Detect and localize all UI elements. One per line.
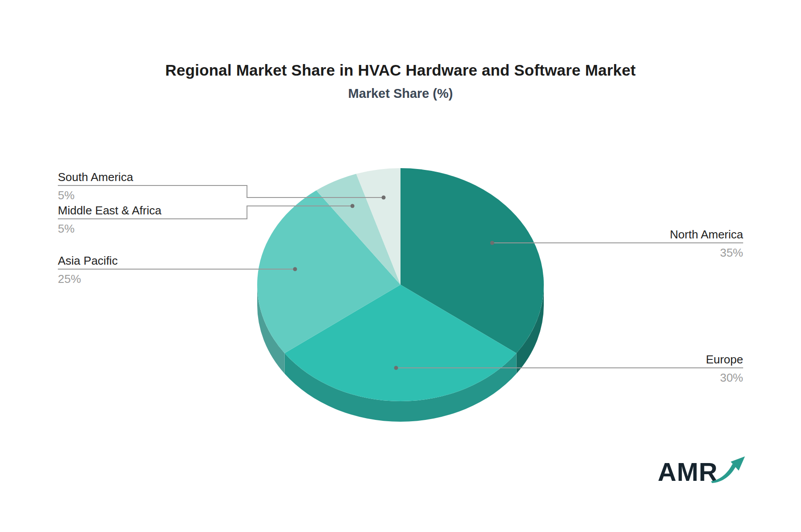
label-europe: Europe	[706, 353, 743, 367]
amr-logo: AMR	[658, 459, 742, 490]
value-europe: 30%	[720, 371, 743, 385]
leader-dot-asia-pacific	[293, 267, 297, 271]
value-north-america: 35%	[720, 246, 743, 260]
label-south-america: South America	[58, 170, 133, 184]
label-asia-pacific: Asia Pacific	[58, 254, 117, 268]
label-middle-east-africa: Middle East & Africa	[58, 204, 162, 218]
label-north-america: North America	[670, 228, 743, 242]
amr-logo-text: AMR	[658, 457, 718, 486]
value-asia-pacific: 25%	[58, 272, 81, 286]
leader-dot-north-america	[490, 241, 494, 245]
chart-canvas: Regional Market Share in HVAC Hardware a…	[0, 0, 801, 532]
value-middle-east-africa: 5%	[58, 222, 75, 236]
pie-chart-svg	[0, 0, 801, 532]
leader-dot-south-america	[382, 196, 386, 200]
leader-dot-europe	[394, 366, 398, 370]
value-south-america: 5%	[58, 189, 75, 202]
leader-dot-middle-east-africa	[351, 204, 355, 208]
growth-arrow-icon	[711, 456, 746, 486]
